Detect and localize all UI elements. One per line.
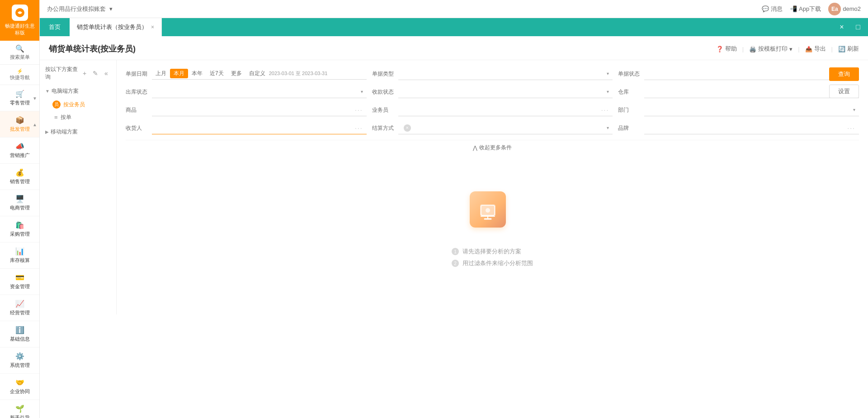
doc-status-select[interactable]: ▾ bbox=[644, 67, 859, 80]
search-menu-item[interactable]: 🔍 搜索菜单 bbox=[0, 41, 39, 65]
app-download-icon: 📲 bbox=[790, 5, 797, 12]
date-btn-this-month[interactable]: 本月 bbox=[170, 69, 188, 78]
salesperson-select[interactable]: ··· bbox=[398, 104, 613, 116]
tab-bar-controls: × □ bbox=[835, 21, 868, 33]
tab-sales-statistics[interactable]: 销货单统计表（按业务员） × bbox=[70, 18, 162, 36]
purchase-label: 采购管理 bbox=[10, 231, 30, 238]
collapse-up-icon: ⋀ bbox=[473, 145, 477, 151]
sidebar-item-inventory[interactable]: 📊 库存核算 bbox=[0, 242, 39, 269]
sidebar-item-wholesale[interactable]: 📦 批发管理 ▲ bbox=[0, 111, 39, 138]
warehouse-select[interactable]: ··· bbox=[644, 86, 859, 98]
sidebar-item-purchase[interactable]: 🛍️ 采购管理 bbox=[0, 216, 39, 242]
scheme-panel: 按以下方案查询 + ✎ « bbox=[40, 60, 117, 314]
sidebar-item-retail[interactable]: 🛒 零售管理 ▼ bbox=[0, 85, 39, 111]
product-label: 商品 bbox=[126, 106, 148, 114]
sales-icon: 💰 bbox=[15, 168, 24, 177]
date-btn-last-month[interactable]: 上月 bbox=[152, 68, 170, 79]
scheme-item-salesperson[interactable]: 员 按业务员 bbox=[40, 98, 116, 111]
edit-scheme-btn[interactable]: ✎ bbox=[91, 69, 100, 78]
app-download-label: App下载 bbox=[799, 5, 821, 13]
settlement-tag-close[interactable]: × bbox=[404, 124, 411, 132]
collapse-scheme-btn[interactable]: « bbox=[102, 69, 111, 78]
consignee-input[interactable]: ··· bbox=[152, 122, 367, 134]
out-status-select[interactable]: ▾ bbox=[152, 86, 367, 98]
date-btn-more[interactable]: 更多 bbox=[227, 68, 245, 79]
page-actions: ❓ 帮助 | 🖨️ 按模板打印 ▾ | 📤 导出 | bbox=[716, 45, 859, 53]
help-btn[interactable]: ❓ 帮助 bbox=[716, 45, 737, 53]
divider3: | bbox=[831, 46, 833, 52]
app-download-btn[interactable]: 📲 App下载 bbox=[790, 5, 821, 13]
export-btn[interactable]: 📤 导出 bbox=[805, 45, 826, 53]
sidebar-item-system[interactable]: ⚙️ 系统管理 bbox=[0, 347, 39, 374]
operations-icon: 📈 bbox=[15, 299, 24, 308]
department-arrow: ▾ bbox=[853, 107, 855, 112]
product-select[interactable]: ··· bbox=[152, 104, 367, 116]
consignee-dots: ··· bbox=[355, 124, 363, 132]
quick-nav-item[interactable]: ⚡ 快捷导航 bbox=[0, 65, 39, 85]
app-logo[interactable]: 畅捷通好生意 标版 bbox=[0, 0, 40, 41]
message-btn[interactable]: 💬 消息 bbox=[762, 5, 783, 13]
desktop-group-text: 电脑端方案 bbox=[52, 87, 79, 95]
doc-type-select[interactable]: ▾ bbox=[398, 67, 613, 80]
operations-label: 经营管理 bbox=[10, 309, 30, 316]
content-area: 销货单统计表(按业务员) ❓ 帮助 | 🖨️ 按模板打印 ▾ | 📤 bbox=[40, 36, 868, 418]
window-maximize-btn[interactable]: □ bbox=[852, 21, 864, 33]
wholesale-expand-icon: ▲ bbox=[33, 122, 37, 127]
filter-row-2: 出库状态 ▾ 收款状态 ▾ bbox=[126, 86, 859, 98]
sidebar-item-enterprise[interactable]: 🤝 企业协同 bbox=[0, 374, 39, 400]
doc-type-label: 单据类型 bbox=[372, 70, 395, 78]
settlement-select[interactable]: × ▾ bbox=[398, 122, 613, 134]
date-btn-custom[interactable]: 自定义 bbox=[245, 68, 269, 79]
filter-action-btns: 查询 设置 bbox=[829, 67, 859, 98]
sidebar-item-newbie[interactable]: 🌱 新手引导 bbox=[0, 400, 39, 418]
scheme-sub-item-order[interactable]: ≡ 按单 bbox=[40, 111, 116, 124]
add-scheme-btn[interactable]: + bbox=[80, 69, 89, 78]
mobile-scheme-group[interactable]: ▶ 移动端方案 bbox=[40, 125, 116, 138]
home-tab-label: 首页 bbox=[49, 23, 61, 31]
query-btn[interactable]: 查询 bbox=[829, 67, 859, 81]
date-btn-7days[interactable]: 近7天 bbox=[206, 68, 227, 79]
desktop-group-label[interactable]: ▼ 电脑端方案 bbox=[40, 85, 116, 98]
empty-state: 1 请先选择要分析的方案 2 用过滤条件来缩小分析范围 bbox=[126, 155, 859, 307]
system-icon: ⚙️ bbox=[15, 352, 24, 361]
filter-warehouse: 仓库 ··· bbox=[618, 86, 859, 98]
sidebar-item-finance[interactable]: 💳 资金管理 bbox=[0, 269, 39, 295]
department-select[interactable]: ▾ bbox=[644, 104, 859, 116]
desktop-scheme-group: ▼ 电脑端方案 员 按业务员 ≡ 按单 bbox=[40, 85, 116, 124]
collapse-btn[interactable]: ⋀ 收起更多条件 bbox=[473, 144, 512, 152]
quick-nav-icon: ⚡ bbox=[17, 68, 23, 74]
print-icon: 🖨️ bbox=[749, 46, 756, 52]
sidebar-item-operations[interactable]: 📈 经营管理 bbox=[0, 295, 39, 321]
breadcrumb-text: 办公用品行业模拟账套 bbox=[47, 5, 106, 13]
mobile-group-text: 移动端方案 bbox=[51, 128, 78, 136]
date-btn-this-year[interactable]: 本年 bbox=[188, 68, 206, 79]
empty-tip-1: 1 请先选择要分析的方案 bbox=[452, 247, 533, 256]
settings-btn[interactable]: 设置 bbox=[829, 85, 859, 98]
export-icon: 📤 bbox=[805, 46, 812, 52]
tab-home[interactable]: 首页 bbox=[40, 18, 70, 36]
sidebar-item-basic[interactable]: ℹ️ 基础信息 bbox=[0, 321, 39, 347]
refresh-btn[interactable]: 🔄 刷新 bbox=[838, 45, 859, 53]
basic-icon: ℹ️ bbox=[15, 326, 24, 334]
inventory-icon: 📊 bbox=[15, 247, 24, 256]
tab-close-btn[interactable]: × bbox=[151, 24, 154, 30]
purchase-icon: 🛍️ bbox=[15, 221, 24, 229]
sidebar-item-ecommerce[interactable]: 🖥️ 电商管理 bbox=[0, 190, 39, 216]
sidebar-item-sales[interactable]: 💰 销售管理 bbox=[0, 164, 39, 190]
refresh-icon: 🔄 bbox=[838, 46, 845, 52]
receipt-status-arrow: ▾ bbox=[607, 89, 609, 94]
breadcrumb[interactable]: 办公用品行业模拟账套 ▾ bbox=[47, 5, 113, 13]
receipt-status-select[interactable]: ▾ bbox=[398, 86, 613, 98]
receipt-status-label: 收款状态 bbox=[372, 88, 395, 96]
template-print-btn[interactable]: 🖨️ 按模板打印 ▾ bbox=[749, 45, 793, 53]
brand-select[interactable]: ··· bbox=[644, 122, 859, 134]
window-close-btn[interactable]: × bbox=[835, 21, 848, 33]
user-profile[interactable]: Ea demo2 bbox=[828, 3, 861, 15]
page-header: 销货单统计表(按业务员) ❓ 帮助 | 🖨️ 按模板打印 ▾ | 📤 bbox=[40, 36, 868, 60]
sidebar-item-marketing[interactable]: 📣 营销推广 bbox=[0, 138, 39, 164]
filter-settlement: 结算方式 × ▾ bbox=[372, 122, 613, 134]
product-dots: ··· bbox=[355, 106, 363, 114]
search-icon: 🔍 bbox=[15, 44, 24, 53]
brand-dots: ··· bbox=[847, 124, 855, 132]
message-icon: 💬 bbox=[762, 5, 769, 12]
